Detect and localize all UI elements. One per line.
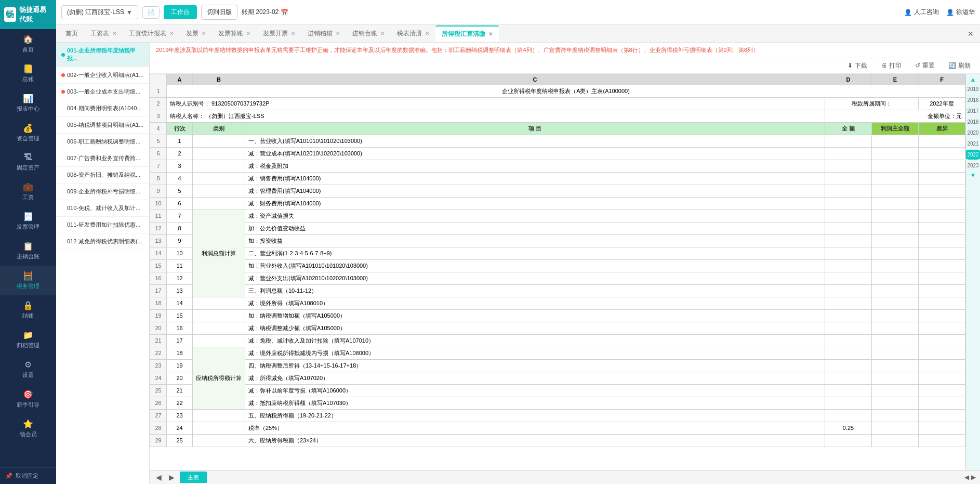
download-label: 下载 (855, 61, 867, 70)
doc-icon-button[interactable]: 📄 (142, 6, 160, 19)
user-profile-button[interactable]: 👤 徐溢华 (946, 8, 975, 17)
sheet-tab-next[interactable]: ▶ (167, 472, 177, 482)
sheet-area[interactable]: A B C D E F (150, 74, 980, 470)
tab-close-payroll[interactable]: ✕ (112, 31, 116, 36)
pin-button[interactable]: 📌 取消固定 (0, 468, 56, 484)
timeline-item-2017[interactable]: 2017 (966, 106, 979, 116)
tab-invoice-calc[interactable]: 发票算账 ✕ (212, 26, 257, 41)
left-panel-item-004[interactable]: 004-期间费用明细表(A1040... (56, 100, 149, 117)
tab-tax-clearance[interactable]: 税表清册 ✕ (391, 26, 435, 41)
sidebar-item-tax[interactable]: 🧮 税务管理 (0, 266, 56, 295)
accounting-period: 账期 2023-02 📅 (242, 8, 288, 17)
tab-close-invoice-open[interactable]: ✕ (291, 31, 295, 36)
sidebar-item-reports[interactable]: 📊 报表中心 (0, 88, 56, 118)
row-num-2: 2 (150, 97, 167, 110)
status-dot-008 (61, 173, 65, 177)
tab-payroll-stats[interactable]: 工资统计报表 ✕ (123, 26, 180, 41)
sidebar-item-fixed-assets[interactable]: 🏗 固定资产 (0, 148, 56, 177)
table-row: 22 18 应纳税所得额计算 减：境外应税所得抵减境内亏损（填写A108000） (150, 347, 965, 359)
sidebar-item-assets[interactable]: 💰 资金管理 (0, 118, 56, 148)
tab-invoice-open[interactable]: 发票开票 ✕ (257, 26, 301, 41)
tab-close-tax-clearance[interactable]: ✕ (425, 31, 429, 36)
old-version-button[interactable]: 切到旧版 (201, 5, 237, 20)
sheet-tab-prev[interactable]: ◀ (154, 472, 164, 482)
close-period-icon: 🔒 (23, 300, 33, 310)
status-dot-001 (61, 53, 65, 57)
tab-purchase-check[interactable]: 进销稽核 ✕ (301, 26, 346, 41)
company-selector[interactable]: (勿删) 江西服宝-LSS ▼ (61, 5, 138, 19)
timeline-item-2016[interactable]: 2016 (966, 95, 979, 105)
sidebar-item-payroll[interactable]: 💼 工资 (0, 177, 56, 206)
tax-period-label-cell: 税款所属期间： (825, 97, 919, 110)
tab-income-tax[interactable]: 所得税汇算清缴 ✕ (435, 25, 499, 42)
timeline-down-arrow[interactable]: ▼ (970, 172, 976, 179)
table-row: 10 6 减：财务费用(填写A104000) (150, 197, 965, 210)
sidebar-item-label: 发票管理 (17, 223, 39, 231)
left-panel-item-011[interactable]: 011-研发费用加计扣除优惠... (56, 217, 149, 233)
refresh-button[interactable]: 🔄 刷新 (945, 60, 974, 71)
timeline-item-2021[interactable]: 2021 (966, 139, 979, 149)
taxpayer-name-label: 纳税人名称： (170, 113, 204, 119)
left-panel-item-001[interactable]: 001-企业所得税年度纳税申报... (56, 43, 149, 67)
sidebar-item-member[interactable]: ⭐ 畅会员 (0, 414, 56, 443)
tab-close-purchase-ledger[interactable]: ✕ (380, 31, 385, 36)
sidebar-item-invoice[interactable]: 🧾 发票管理 (0, 206, 56, 236)
left-panel-item-009[interactable]: 009-企业所得税补亏损明细... (56, 184, 149, 200)
status-dot-004 (61, 107, 65, 110)
tax-period-value-cell: 2022年度 (919, 97, 965, 110)
tab-close-purchase-check[interactable]: ✕ (336, 31, 340, 36)
left-panel-item-012[interactable]: 012-减免所得税优惠明细表(... (56, 233, 149, 250)
sidebar-item-ledger[interactable]: 📒 总账 (0, 59, 56, 88)
logo-icon: 畅 (4, 7, 16, 22)
refresh-label: 刷新 (958, 61, 971, 70)
sidebar-item-purchase[interactable]: 📋 进销台账 (0, 236, 56, 266)
sidebar-item-guide[interactable]: 🎯 新手引导 (0, 384, 56, 414)
col-c-header: C (245, 74, 825, 85)
sidebar-item-label: 总账 (22, 75, 34, 83)
timeline-item-2018[interactable]: 2018 (966, 117, 979, 127)
left-panel-item-010[interactable]: 010-免税、减计收入及加计... (56, 200, 149, 217)
left-panel-item-002[interactable]: 002-一般企业收入明细表(A1... (56, 67, 149, 84)
left-panel-item-006[interactable]: 006-职工薪酬纳税调整明细... (56, 134, 149, 150)
sidebar-item-settings[interactable]: ⚙ 设置 (0, 355, 56, 384)
page-nav-right[interactable]: ▶ (971, 474, 976, 481)
right-panel: 2019年度涉及取以前年度结转数据的申报表单元格需要手工维护正确，才能保证本年及… (150, 43, 980, 484)
tab-purchase-ledger[interactable]: 进销台账 ✕ (346, 26, 391, 41)
page-nav-left[interactable]: ◀ (964, 474, 969, 481)
table-row: 11 7 利润总额计算 减：资产减值损失 (150, 210, 965, 222)
sidebar-item-close[interactable]: 🔒 结账 (0, 295, 56, 325)
left-panel-item-003[interactable]: 003-一般企业成本支出明细... (56, 84, 149, 100)
timeline-item-2019[interactable]: 2019 (966, 84, 979, 94)
sidebar-item-archive[interactable]: 📁 归档管理 (0, 325, 56, 355)
tab-close-invoice-menu[interactable]: ✕ (202, 31, 206, 36)
warning-bar: 2019年度涉及取以前年度结转数据的申报表单元格需要手工维护正确，才能保证本年及… (150, 43, 980, 58)
header-leibie: 类别 (193, 122, 245, 135)
sidebar-item-label: 结账 (22, 312, 34, 320)
home-icon: 🏠 (23, 34, 33, 44)
sheet-tab-main[interactable]: 主表 (180, 472, 207, 483)
status-dot-002 (61, 73, 65, 77)
download-button[interactable]: ⬇ 下载 (844, 60, 870, 71)
calendar-icon[interactable]: 📅 (281, 9, 288, 16)
timeline-item-2023[interactable]: 2023 (966, 161, 979, 171)
tab-close-income-tax[interactable]: ✕ (488, 31, 493, 37)
timeline-item-2022[interactable]: 2022 (965, 150, 980, 160)
reset-button[interactable]: ↺ 重置 (912, 60, 938, 71)
tab-home[interactable]: 首页 (59, 26, 84, 41)
sidebar-item-home[interactable]: 🏠 首页 (0, 29, 56, 59)
guide-icon: 🎯 (23, 389, 33, 399)
left-panel-item-008[interactable]: 008-资产折旧、摊销及纳税... (56, 167, 149, 184)
table-row: 21 17 减：免税、减计收入及加计扣除（填写A107010） (150, 334, 965, 347)
tab-payroll[interactable]: 工资表 ✕ (84, 26, 123, 41)
left-panel-item-007[interactable]: 007-广告费和业务宣传费跨... (56, 150, 149, 167)
print-button[interactable]: 🖨 打印 (878, 60, 905, 71)
tab-close-invoice-calc[interactable]: ✕ (246, 31, 250, 36)
timeline-up-arrow[interactable]: ▲ (970, 76, 976, 83)
close-all-tabs-button[interactable]: ✕ (964, 30, 977, 38)
workbench-button[interactable]: 工作台 (164, 5, 197, 19)
tab-close-payroll-stats[interactable]: ✕ (169, 31, 174, 36)
tab-invoice-menu[interactable]: 发票 ✕ (180, 26, 212, 41)
timeline-item-2020[interactable]: 2020 (966, 128, 979, 138)
left-panel-item-005[interactable]: 005-纳税调整项目明细表(A1... (56, 117, 149, 134)
human-consult-button[interactable]: 👤 人工咨询 (904, 8, 939, 17)
